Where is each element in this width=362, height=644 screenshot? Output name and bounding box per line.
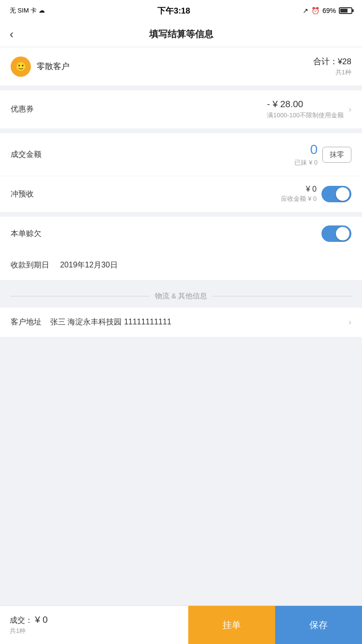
due-date-value: 2019年12月30日 xyxy=(60,261,117,269)
bottom-deal-amount: ¥ 0 xyxy=(35,615,47,625)
deal-label: 成交金额 xyxy=(11,150,42,160)
due-date-row: 收款到期日 2019年12月30日 xyxy=(0,251,362,280)
arrears-toggle[interactable] xyxy=(321,225,351,242)
round-zero-button[interactable]: 抹零 xyxy=(322,147,351,163)
coupon-section[interactable]: 优惠券 - ¥ 28.00 满1000-100不限制使用金额 › xyxy=(0,90,362,128)
divider-line-left xyxy=(11,296,149,296)
page-title: 填写结算等信息 xyxy=(149,28,213,41)
bottom-count: 共1种 xyxy=(10,627,179,635)
advance-sub: 应收金额 ¥ 0 xyxy=(281,195,317,203)
bottom-deal-line: 成交： ¥ 0 xyxy=(10,615,179,626)
advance-toggle[interactable] xyxy=(321,186,351,202)
advance-label: 冲预收 xyxy=(11,189,34,199)
avatar-icon: 🙂 xyxy=(15,61,27,72)
customer-section: 🙂 零散客户 合计：¥28 共1种 xyxy=(0,47,362,85)
divider-line-right xyxy=(213,296,351,296)
address-section[interactable]: 客户地址 张三 海淀永丰科技园 11111111111 › xyxy=(0,308,362,337)
deal-advance-section: 成交金额 0 已抹 ¥ 0 抹零 冲预收 ¥ 0 应收金额 ¥ 0 xyxy=(0,133,362,212)
bottom-bar: 成交： ¥ 0 共1种 挂单 保存 xyxy=(0,605,362,644)
bottom-deal-label: 成交： xyxy=(10,616,33,624)
coupon-row[interactable]: 优惠券 - ¥ 28.00 满1000-100不限制使用金额 › xyxy=(0,90,362,128)
customer-name: 零散客户 xyxy=(37,61,70,72)
chevron-icon: › xyxy=(348,104,351,114)
logistics-label: 物流 & 其他信息 xyxy=(155,292,207,301)
deal-value-stack: 0 已抹 ¥ 0 xyxy=(294,142,318,167)
deal-sub: 已抹 ¥ 0 xyxy=(294,158,318,167)
advance-row: 冲预收 ¥ 0 应收金额 ¥ 0 xyxy=(0,176,362,212)
address-row[interactable]: 客户地址 张三 海淀永丰科技园 11111111111 › xyxy=(0,308,362,337)
battery-label: 69% xyxy=(322,7,336,14)
address-value: 张三 海淀永丰科技园 11111111111 xyxy=(50,317,348,327)
back-button[interactable]: ‹ xyxy=(10,28,14,41)
due-date-label: 收款到期日 xyxy=(11,261,49,269)
total-count: 共1种 xyxy=(313,68,351,77)
advance-right: ¥ 0 应收金额 ¥ 0 xyxy=(281,185,351,203)
hang-button[interactable]: 挂单 xyxy=(188,606,275,644)
bottom-summary: 成交： ¥ 0 共1种 xyxy=(0,606,188,644)
address-label: 客户地址 xyxy=(11,317,42,327)
avatar: 🙂 xyxy=(11,56,31,77)
address-chevron-icon: › xyxy=(348,317,351,327)
deal-value[interactable]: 0 xyxy=(294,142,318,157)
save-button[interactable]: 保存 xyxy=(275,606,362,644)
customer-total: 合计：¥28 共1种 xyxy=(313,56,351,77)
deal-right: 0 已抹 ¥ 0 抹零 xyxy=(294,142,351,167)
coupon-amount: - ¥ 28.00 xyxy=(267,99,344,110)
toggle-knob xyxy=(336,187,349,201)
location-icon: ↗ xyxy=(303,7,308,14)
total-amount: 合计：¥28 xyxy=(313,56,351,67)
customer-info: 🙂 零散客户 xyxy=(11,56,70,77)
customer-row: 🙂 零散客户 合计：¥28 共1种 xyxy=(0,47,362,85)
no-sim-label: 无 SIM 卡 ☁ xyxy=(10,6,45,15)
battery-icon xyxy=(339,7,352,14)
arrears-label: 本单赊欠 xyxy=(11,229,42,239)
coupon-right: - ¥ 28.00 满1000-100不限制使用金额 › xyxy=(267,99,351,120)
advance-value-stack: ¥ 0 应收金额 ¥ 0 xyxy=(281,185,317,203)
logistics-divider: 物流 & 其他信息 xyxy=(0,285,362,308)
status-left: 无 SIM 卡 ☁ xyxy=(10,6,45,15)
coupon-value-stack: - ¥ 28.00 满1000-100不限制使用金额 xyxy=(267,99,344,120)
arrears-section: 本单赊欠 收款到期日 2019年12月30日 xyxy=(0,217,362,280)
arrears-toggle-knob xyxy=(336,227,349,240)
nav-bar: ‹ 填写结算等信息 xyxy=(0,21,362,47)
deal-row: 成交金额 0 已抹 ¥ 0 抹零 xyxy=(0,133,362,176)
status-bar: 无 SIM 卡 ☁ 下午3:18 ↗ ⏰ 69% xyxy=(0,0,362,21)
coupon-desc: 满1000-100不限制使用金额 xyxy=(267,111,344,120)
main-content: 🙂 零散客户 合计：¥28 共1种 优惠券 - ¥ 28.00 满1000-10… xyxy=(0,47,362,385)
status-right: ↗ ⏰ 69% xyxy=(303,7,352,14)
coupon-label: 优惠券 xyxy=(11,104,34,114)
alarm-icon: ⏰ xyxy=(311,7,320,14)
arrears-row: 本单赊欠 xyxy=(0,217,362,251)
advance-amount: ¥ 0 xyxy=(281,185,317,194)
arrears-right xyxy=(321,225,351,242)
status-time: 下午3:18 xyxy=(157,5,190,16)
